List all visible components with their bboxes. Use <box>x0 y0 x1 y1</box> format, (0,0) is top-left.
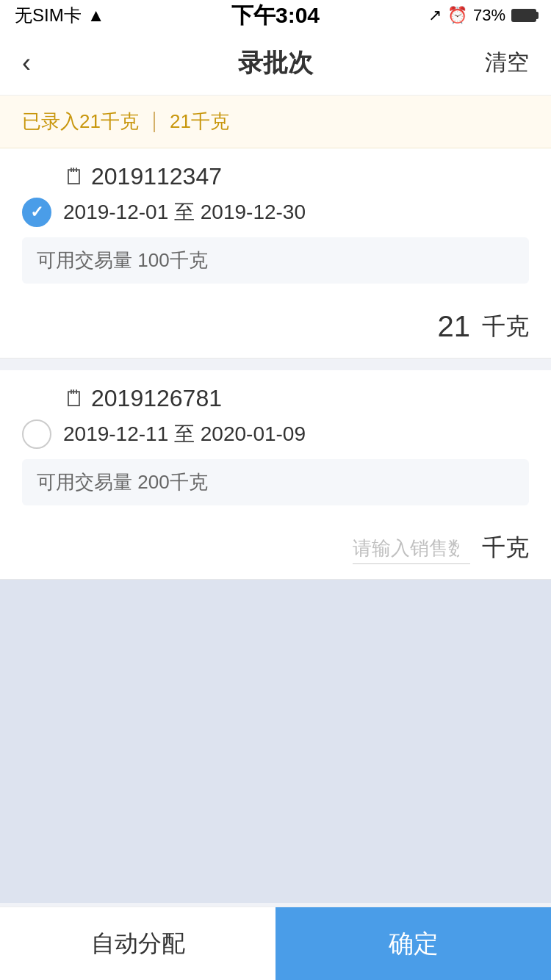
auto-distribute-button[interactable]: 自动分配 <box>0 907 276 980</box>
batch-2-id: 2019126781 <box>91 385 222 412</box>
content-wrapper: 已录入21千克 21千克 🗒 2019112347 2019-12-01 至 2… <box>0 96 551 976</box>
doc-icon-2: 🗒 <box>63 386 85 411</box>
already-entered-label: 已录入21千克 <box>22 109 139 134</box>
batch-2-qty-input[interactable] <box>353 532 470 564</box>
batch-1-radio[interactable] <box>22 198 51 227</box>
battery-icon <box>511 9 536 22</box>
batch-1-unit: 千克 <box>482 311 529 343</box>
batch-2-radio[interactable] <box>22 419 51 449</box>
entered-value: 21千克 <box>170 109 229 134</box>
alarm-icon: ⏰ <box>447 6 467 25</box>
batch-1-date-row[interactable]: 2019-12-01 至 2019-12-30 <box>22 198 529 227</box>
confirm-button[interactable]: 确定 <box>276 907 551 980</box>
bottom-area <box>0 580 551 903</box>
batch-1-available: 可用交易量 100千克 <box>22 237 529 284</box>
section-divider <box>0 359 551 370</box>
back-button[interactable]: ‹ <box>22 48 31 79</box>
doc-icon-1: 🗒 <box>63 165 85 190</box>
batch-1-input-row: 21 千克 <box>0 298 551 359</box>
batch-2-date-row[interactable]: 2019-12-11 至 2020-01-09 <box>22 419 529 449</box>
batch-1-id-row: 🗒 2019112347 <box>22 163 529 190</box>
status-right: ↗ ⏰ 73% <box>428 6 536 25</box>
sim-text: 无SIM卡 <box>15 4 82 27</box>
info-banner: 已录入21千克 21千克 <box>0 96 551 148</box>
page-title: 录批次 <box>238 46 313 80</box>
batch-item-1: 🗒 2019112347 2019-12-01 至 2019-12-30 可用交… <box>0 148 551 359</box>
battery-percent: 73% <box>473 6 505 25</box>
info-divider <box>154 112 155 132</box>
status-time: 下午3:04 <box>231 1 320 31</box>
status-left: 无SIM卡 ▲ <box>15 4 104 27</box>
status-bar: 无SIM卡 ▲ 下午3:04 ↗ ⏰ 73% <box>0 0 551 31</box>
batch-1-date: 2019-12-01 至 2019-12-30 <box>63 198 306 226</box>
batch-1-qty-value: 21 <box>438 310 471 343</box>
clear-button[interactable]: 清空 <box>485 48 529 78</box>
batch-2-unit: 千克 <box>482 532 529 564</box>
batch-2-available: 可用交易量 200千克 <box>22 459 529 505</box>
batch-1-id: 2019112347 <box>91 163 222 190</box>
batch-item-2: 🗒 2019126781 2019-12-11 至 2020-01-09 可用交… <box>0 370 551 580</box>
batch-item-1-inner: 🗒 2019112347 2019-12-01 至 2019-12-30 可用交… <box>0 148 551 284</box>
wifi-icon: ▲ <box>87 5 105 26</box>
batch-2-id-row: 🗒 2019126781 <box>22 385 529 412</box>
batch-item-2-inner: 🗒 2019126781 2019-12-11 至 2020-01-09 可用交… <box>0 370 551 505</box>
batch-2-date: 2019-12-11 至 2020-01-09 <box>63 420 306 448</box>
footer: 自动分配 确定 <box>0 907 551 980</box>
location-icon: ↗ <box>428 6 442 25</box>
nav-bar: ‹ 录批次 清空 <box>0 31 551 96</box>
batch-2-input-row: 千克 <box>0 520 551 580</box>
